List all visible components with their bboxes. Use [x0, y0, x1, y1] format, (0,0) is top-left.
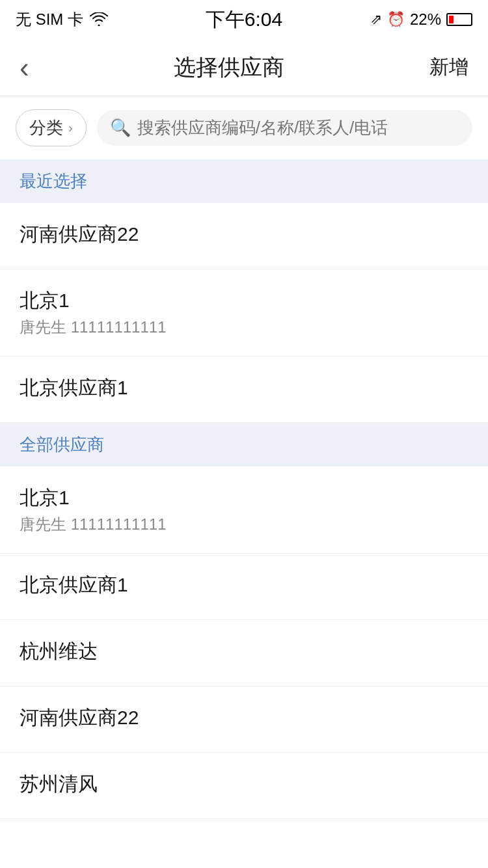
list-item[interactable]: 北京供应商1 [0, 357, 488, 423]
list-item[interactable]: 苏州清风 [0, 753, 488, 819]
search-icon: 🔍 [110, 118, 131, 138]
list-item[interactable]: 北京1唐先生 11111111111 [0, 467, 488, 554]
nav-bar: ‹ 选择供应商 新增 [0, 39, 488, 96]
add-button[interactable]: 新增 [429, 54, 468, 81]
wifi-icon [90, 12, 108, 27]
section-title-all: 全部供应商 [20, 435, 104, 454]
filter-bar: 分类 › 🔍 [0, 96, 488, 159]
supplier-name: 北京供应商1 [20, 572, 468, 599]
section-title-recent: 最近选择 [20, 171, 87, 191]
battery-percent: 22% [410, 10, 441, 29]
back-button[interactable]: ‹ [20, 51, 29, 84]
page-title: 选择供应商 [174, 53, 284, 83]
list-item[interactable]: 北京1唐先生 11111111111 [0, 269, 488, 357]
status-bar: 无 SIM 卡 下午6:04 ⇗ ⏰ 22% [0, 0, 488, 39]
supplier-sub: 唐先生 11111111111 [20, 514, 468, 535]
supplier-name: 北京1 [20, 288, 468, 314]
status-left: 无 SIM 卡 [16, 9, 108, 30]
supplier-name: 苏州清风 [20, 771, 468, 798]
category-label: 分类 [29, 116, 63, 139]
battery-icon [446, 13, 472, 26]
supplier-name: 杭州维达 [20, 638, 468, 665]
supplier-sub: 唐先生 11111111111 [20, 317, 468, 338]
chevron-right-icon: › [68, 120, 73, 135]
supplier-name: 河南供应商22 [20, 705, 468, 731]
search-box[interactable]: 🔍 [97, 110, 472, 146]
alarm-icon: ⏰ [387, 11, 405, 28]
location-icon: ⇗ [370, 11, 382, 28]
list-item[interactable]: 北京供应商1 [0, 554, 488, 620]
search-input[interactable] [137, 118, 459, 138]
supplier-name: 北京供应商1 [20, 375, 468, 401]
list-item[interactable]: 河南供应商22 [0, 203, 488, 269]
supplier-name: 河南供应商22 [20, 221, 468, 248]
section-header-recent: 最近选择 [0, 159, 488, 203]
status-right: ⇗ ⏰ 22% [370, 10, 472, 29]
list-item[interactable]: 杭州维达 [0, 620, 488, 686]
carrier-text: 无 SIM 卡 [16, 9, 83, 30]
supplier-list: 最近选择河南供应商22北京1唐先生 11111111111北京供应商1全部供应商… [0, 159, 488, 819]
category-filter[interactable]: 分类 › [16, 109, 87, 146]
section-header-all: 全部供应商 [0, 423, 488, 467]
supplier-name: 北京1 [20, 485, 468, 511]
status-time: 下午6:04 [206, 7, 282, 33]
list-item[interactable]: 河南供应商22 [0, 686, 488, 753]
